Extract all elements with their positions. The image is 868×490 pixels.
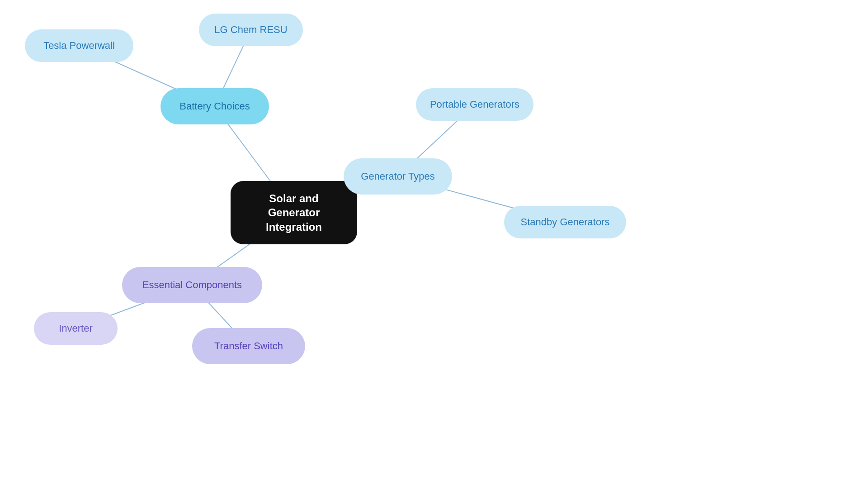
battery-choices-label: Battery Choices bbox=[179, 100, 250, 113]
inverter-label: Inverter bbox=[59, 322, 93, 335]
center-node[interactable]: Solar and Generator Integration bbox=[231, 181, 357, 244]
essential-components-label: Essential Components bbox=[142, 279, 242, 292]
standby-generators-node[interactable]: Standby Generators bbox=[504, 206, 626, 238]
inverter-node[interactable]: Inverter bbox=[34, 312, 118, 345]
portable-generators-label: Portable Generators bbox=[430, 98, 519, 111]
generator-types-label: Generator Types bbox=[361, 170, 434, 183]
battery-choices-node[interactable]: Battery Choices bbox=[160, 88, 269, 124]
transfer-switch-label: Transfer Switch bbox=[214, 340, 283, 353]
lg-chem-node[interactable]: LG Chem RESU bbox=[199, 14, 303, 46]
portable-generators-node[interactable]: Portable Generators bbox=[416, 88, 533, 121]
generator-types-node[interactable]: Generator Types bbox=[344, 158, 452, 195]
standby-generators-label: Standby Generators bbox=[521, 216, 610, 229]
essential-components-node[interactable]: Essential Components bbox=[122, 267, 262, 303]
lg-chem-label: LG Chem RESU bbox=[214, 24, 287, 37]
center-node-label: Solar and Generator Integration bbox=[243, 191, 344, 234]
transfer-switch-node[interactable]: Transfer Switch bbox=[192, 328, 305, 364]
tesla-powerwall-node[interactable]: Tesla Powerwall bbox=[25, 29, 133, 62]
tesla-powerwall-label: Tesla Powerwall bbox=[43, 39, 115, 52]
